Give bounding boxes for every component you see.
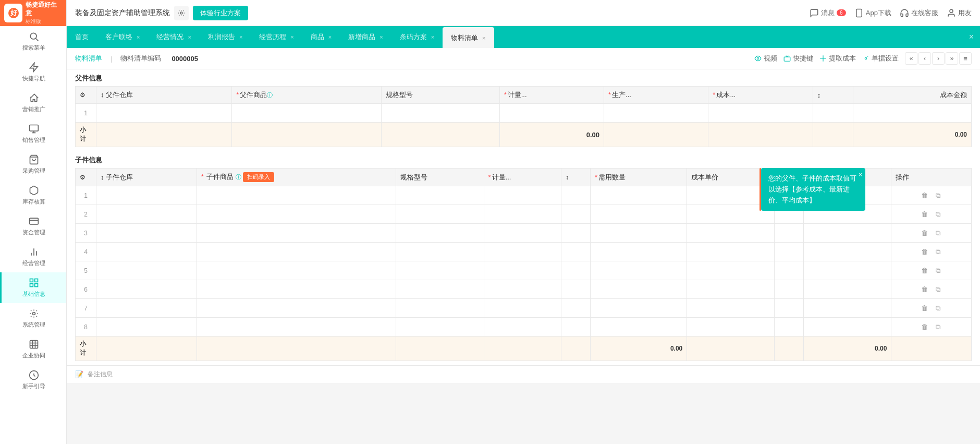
tab-barcode-close[interactable]: × bbox=[431, 34, 434, 40]
tab-operations-close[interactable]: × bbox=[188, 34, 191, 40]
user-label: 用友 bbox=[958, 8, 972, 18]
pager-prev[interactable]: ‹ bbox=[918, 52, 931, 65]
sidebar-system-label: 系统管理 bbox=[22, 321, 45, 329]
child-subtotal-row: 小计 0.00 0.00 bbox=[76, 337, 972, 361]
tab-barcode[interactable]: 条码方案× bbox=[391, 26, 443, 48]
tab-goods-close[interactable]: × bbox=[328, 34, 332, 40]
tab-new-goods-close[interactable]: × bbox=[379, 34, 383, 40]
action-shortcut[interactable]: 快捷键 bbox=[783, 54, 813, 63]
delete-icon[interactable]: 🗑 bbox=[920, 247, 930, 257]
svg-rect-26 bbox=[784, 57, 790, 61]
delete-icon[interactable]: 🗑 bbox=[920, 303, 930, 314]
sidebar-item-sales[interactable]: 销售管理 bbox=[0, 118, 66, 149]
child-subtotal-label: 小计 bbox=[76, 337, 96, 361]
page-inner: 物料清单 | 物料清单编码 0000005 视频 快捷键 提取成本 bbox=[67, 48, 980, 383]
system-title: 装备及固定资产辅助管理系统 bbox=[75, 8, 170, 18]
child-row-6: 6 🗑⧉ bbox=[76, 280, 972, 299]
parent-row-1-amount[interactable] bbox=[853, 104, 971, 123]
sidebar-item-system[interactable]: 系统管理 bbox=[0, 303, 66, 334]
nav-close-all[interactable]: × bbox=[967, 30, 976, 44]
svg-text:好: 好 bbox=[9, 9, 17, 17]
sidebar-item-marketing[interactable]: 营销推广 bbox=[0, 88, 66, 118]
delete-icon[interactable]: 🗑 bbox=[920, 209, 930, 220]
sidebar-sales-label: 销售管理 bbox=[22, 136, 45, 144]
child-subtotal-amount: 0.00 bbox=[804, 337, 891, 361]
svg-point-18 bbox=[33, 313, 35, 315]
grid-view-btn[interactable]: ≡ bbox=[959, 52, 972, 65]
logo-sub: 标准版 bbox=[26, 18, 62, 25]
tab-customer[interactable]: 客户联络× bbox=[97, 26, 148, 48]
tooltip-close-btn[interactable]: × bbox=[859, 170, 862, 180]
sidebar-item-quick-nav[interactable]: 快捷导航 bbox=[0, 57, 66, 88]
tab-history[interactable]: 经营历程× bbox=[251, 26, 302, 48]
settings-icon-btn[interactable] bbox=[174, 6, 189, 20]
child-col-goods: * 子件商品 ⓘ 扫码录入 bbox=[197, 169, 396, 186]
copy-icon[interactable]: ⧉ bbox=[933, 190, 944, 201]
copy-icon[interactable]: ⧉ bbox=[933, 266, 944, 276]
pager-next[interactable]: › bbox=[932, 52, 945, 65]
parent-row-1-sort bbox=[813, 104, 853, 123]
experience-btn[interactable]: 体验行业方案 bbox=[193, 6, 248, 20]
copy-icon[interactable]: ⧉ bbox=[933, 322, 944, 332]
tab-operations[interactable]: 经营情况× bbox=[148, 26, 199, 48]
breadcrumb[interactable]: 物料清单 bbox=[75, 54, 102, 63]
message-label: 消息 bbox=[821, 8, 835, 18]
sidebar-item-guide[interactable]: 新手引导 bbox=[0, 365, 66, 395]
code-value: 0000005 bbox=[172, 55, 198, 63]
tab-history-close[interactable]: × bbox=[290, 34, 293, 40]
delete-icon[interactable]: 🗑 bbox=[920, 266, 930, 276]
copy-icon[interactable]: ⧉ bbox=[933, 247, 944, 257]
delete-icon[interactable]: 🗑 bbox=[920, 228, 930, 238]
copy-icon[interactable]: ⧉ bbox=[933, 209, 944, 220]
logo-text: 畅捷通好生意 bbox=[26, 1, 62, 17]
sidebar-item-search[interactable]: 搜索菜单 bbox=[0, 26, 66, 57]
pager-next-next[interactable]: » bbox=[946, 52, 958, 65]
copy-icon[interactable]: ⧉ bbox=[933, 284, 944, 295]
delete-icon[interactable]: 🗑 bbox=[920, 322, 930, 332]
scan-btn[interactable]: 扫码录入 bbox=[243, 172, 274, 182]
svg-rect-17 bbox=[35, 284, 38, 287]
tab-bom[interactable]: 物料清单× bbox=[443, 27, 494, 48]
copy-icon[interactable]: ⧉ bbox=[933, 228, 944, 238]
user-btn[interactable]: 用友 bbox=[947, 8, 972, 18]
delete-icon[interactable]: 🗑 bbox=[920, 284, 930, 295]
svg-rect-9 bbox=[30, 218, 39, 224]
child-col-spec: 规格型号 bbox=[396, 169, 484, 186]
parent-row-1-qty[interactable] bbox=[499, 104, 604, 123]
sidebar-item-finance[interactable]: 资金管理 bbox=[0, 211, 66, 242]
tab-profit[interactable]: 利润报告× bbox=[200, 26, 251, 48]
svg-rect-15 bbox=[35, 279, 38, 282]
app-download-btn[interactable]: App下载 bbox=[854, 8, 891, 18]
sidebar-logo: 好 畅捷通好生意 标准版 bbox=[0, 0, 66, 26]
sidebar-item-enterprise[interactable]: 企业协同 bbox=[0, 334, 66, 365]
tab-goods[interactable]: 商品× bbox=[302, 26, 340, 48]
tab-new-goods[interactable]: 新增商品× bbox=[340, 26, 391, 48]
parent-row-1-spec[interactable] bbox=[381, 104, 499, 123]
action-single-settings[interactable]: 单据设置 bbox=[862, 54, 899, 63]
parent-subtotal-label: 小计 bbox=[76, 123, 96, 147]
pager-prev-prev[interactable]: « bbox=[905, 52, 917, 65]
sidebar-item-basic-info[interactable]: 基础信息 bbox=[0, 272, 66, 303]
tab-profit-close[interactable]: × bbox=[239, 34, 242, 40]
tab-home[interactable]: 首页 bbox=[67, 26, 97, 48]
sidebar-item-operations[interactable]: 经营管理 bbox=[0, 242, 66, 272]
note-icon: 📝 bbox=[75, 370, 83, 378]
action-extract-cost[interactable]: 提取成本 bbox=[819, 54, 856, 63]
copy-icon[interactable]: ⧉ bbox=[933, 303, 944, 314]
action-view[interactable]: 视频 bbox=[754, 54, 777, 63]
service-btn[interactable]: 在线客服 bbox=[900, 8, 938, 18]
delete-icon[interactable]: 🗑 bbox=[920, 190, 930, 201]
parent-col-settings[interactable]: ⚙ bbox=[76, 87, 96, 104]
child-col-settings[interactable]: ⚙ bbox=[76, 169, 96, 186]
svg-point-21 bbox=[180, 12, 182, 14]
tab-customer-close[interactable]: × bbox=[137, 34, 140, 40]
sidebar-item-purchase[interactable]: 采购管理 bbox=[0, 149, 66, 180]
parent-row-1-goods[interactable] bbox=[232, 104, 381, 123]
parent-row-1-warehouse[interactable] bbox=[96, 104, 232, 123]
sidebar-item-inventory[interactable]: 库存核算 bbox=[0, 180, 66, 211]
tab-bom-close[interactable]: × bbox=[482, 35, 485, 41]
parent-row-1-cost[interactable] bbox=[708, 104, 813, 123]
parent-row-1-production[interactable] bbox=[604, 104, 708, 123]
parent-subtotal-amount: 0.00 bbox=[853, 123, 971, 147]
message-btn[interactable]: 消息 6 bbox=[810, 8, 846, 18]
